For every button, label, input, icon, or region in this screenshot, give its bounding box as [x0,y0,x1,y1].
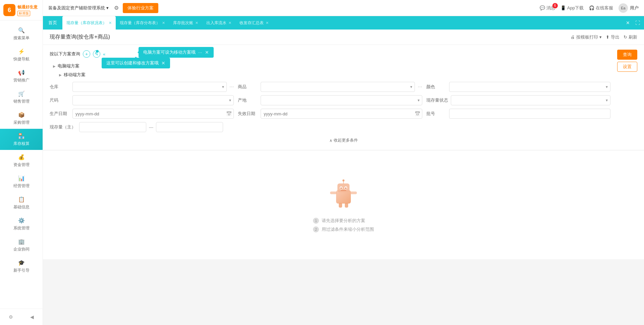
expiry-date-start-input[interactable] [261,109,422,119]
filter-field-product: 商品 ··· [238,82,422,92]
sidebar-item-quick-nav[interactable]: ⚡ 快捷导航 [0,44,43,65]
expand-arrow-mobile-icon: ▶ [59,73,62,77]
sidebar-item-marketing[interactable]: 📢 营销推广 [0,65,43,87]
inventory-main-end-input[interactable] [156,122,223,132]
svg-rect-7 [339,203,342,208]
product-select[interactable] [261,82,415,92]
tab-inventory-distribution[interactable]: 现存量（库存分布表） ✕ [116,16,169,30]
production-date-start-input[interactable] [72,109,234,119]
user-area[interactable]: Ea 用户 [619,3,639,13]
svg-rect-6 [341,190,346,191]
tab-inventory-distribution-close[interactable]: ✕ [162,21,165,25]
export-btn[interactable]: ⬆ 导出 [606,34,620,40]
tab-inventory-batch-label: 库存批次账 [173,20,193,26]
reset-btn[interactable]: 设置 [617,62,637,72]
logo-badge: 标准版 [17,11,30,16]
origin-label: 产地 [238,97,258,103]
warehouse-select[interactable] [72,82,227,92]
header-settings-icon[interactable]: ⚙ [114,5,119,11]
sidebar-item-finance-label: 资金管理 [13,162,30,168]
app-download-btn[interactable]: 📱 App下载 [560,5,584,11]
enterprise-icon: 🏢 [18,238,25,245]
filter-label: 按以下方案查询 [50,51,80,57]
origin-select[interactable] [261,95,422,105]
sidebar-item-guide[interactable]: 🎓 新手引导 [0,256,43,277]
sidebar-item-sales-label: 销售管理 [13,99,30,104]
sidebar-item-basic-info[interactable]: 📋 基础信息 [0,192,43,213]
filter-field-warehouse: 仓库 ··· [50,82,234,92]
add-scheme-btn[interactable]: + [83,50,90,58]
svg-point-4 [340,187,342,189]
batch-input[interactable] [449,109,610,119]
industry-btn[interactable]: 体验行业方案 [123,3,158,13]
tab-in-out-flow-close[interactable]: ✕ [228,21,231,25]
sidebar-item-enterprise-label: 企业协同 [13,247,30,252]
headset-icon: 🎧 [589,5,594,10]
inventory-main-start-input[interactable] [79,122,146,132]
sidebar-item-quick-nav-label: 快捷导航 [13,56,30,62]
tab-in-out-flow-label: 出入库流水 [206,20,226,26]
search-btn[interactable]: 查询 [617,50,637,60]
scheme-popup-close[interactable]: ✕ [205,50,209,55]
svg-rect-8 [345,203,348,208]
tab-inventory-status[interactable]: 现存量（库存状况表） ✕ [62,16,116,30]
empty-tip-2-text: 用过滤条件来缩小分析范围 [322,226,374,232]
system-name: 装备及固定资产辅助管理系统 [48,5,105,11]
warehouse-select-wrapper [72,82,227,92]
sidebar-item-operations[interactable]: 📊 经营管理 [0,171,43,192]
sidebar-item-search[interactable]: 🔍 搜索菜单 [0,23,43,44]
color-select[interactable] [449,82,610,92]
phone-icon: 📱 [560,5,566,10]
sidebar-collapse-btn[interactable]: ◀ [29,313,35,321]
tab-inventory-status-close[interactable]: ✕ [109,21,112,25]
scheme-popup: 电脑方案可设为移动方案哦 ··· ✕ [139,47,214,58]
close-all-tabs-btn[interactable]: ✕ [625,19,631,27]
fullscreen-btn[interactable]: ⛶ [634,19,641,27]
message-btn[interactable]: 💬 消息 6 [540,5,555,11]
sidebar-item-inventory[interactable]: 🏪 库存核算 [0,129,43,150]
user-name: 用户 [630,5,639,11]
message-icon: 💬 [540,5,545,10]
filter-field-expiry-date: 失效日期 [238,109,422,119]
sidebar-item-purchase[interactable]: 📦 采购管理 [0,108,43,129]
svg-rect-10 [350,192,357,194]
tip-num-1: 1 [313,218,319,224]
refresh-btn[interactable]: ↻ 刷新 [624,34,637,40]
sidebar-item-finance[interactable]: 💰 资金管理 [0,150,43,171]
tab-inventory-batch-close[interactable]: ✕ [195,21,198,25]
filter-row-4: 现存量（主） — [50,122,637,132]
sidebar-item-system-label: 系统管理 [13,225,30,231]
filter-row-3: 生产日期 失效日期 批号 [50,109,637,119]
online-service-btn[interactable]: 🎧 在线客服 [589,5,613,11]
back-scheme-btn[interactable]: « [103,52,105,57]
sidebar-item-inventory-label: 库存核算 [13,141,30,147]
sidebar-item-guide-label: 新手引导 [13,268,30,273]
size-select[interactable] [72,95,234,105]
tab-in-out-flow[interactable]: 出入库流水 ✕ [202,16,235,30]
tab-home[interactable]: 首页 [43,16,62,30]
collapse-btn[interactable]: ∧ 收起更多条件 [329,138,358,143]
sidebar-item-enterprise[interactable]: 🏢 企业协同 [0,234,43,256]
batch-label: 批号 [426,111,446,117]
empty-illustration [327,177,360,211]
sidebar-item-sales[interactable]: 🛒 销售管理 [0,87,43,108]
tab-receive-summary-close[interactable]: ✕ [266,21,269,25]
sidebar-settings-btn[interactable]: ⚙ [7,313,14,321]
guide-icon: 🎓 [18,259,25,266]
top-header: 装备及固定资产辅助管理系统 ▾ ⚙ 体验行业方案 💬 消息 6 📱 App下载 … [43,0,644,16]
edit-scheme-popup-close[interactable]: ✕ [161,60,165,66]
tab-receive-summary[interactable]: 收发存汇总表 ✕ [235,16,273,30]
print-btn[interactable]: 🖨 按模板打印 ▾ [571,34,602,40]
inventory-status-select[interactable] [451,95,610,105]
online-service-label: 在线客服 [596,5,613,11]
scheme-popup-text: 电脑方案可设为移动方案哦 [143,49,196,55]
marketing-icon: 📢 [18,69,25,76]
sidebar-item-system[interactable]: ⚙️ 系统管理 [0,213,43,234]
app-download-label: App下载 [567,5,584,11]
size-select-wrapper [72,95,234,105]
tab-receive-summary-label: 收发存汇总表 [239,20,264,26]
system-name-dropdown[interactable]: 装备及固定资产辅助管理系统 ▾ [48,5,109,11]
tab-inventory-batch[interactable]: 库存批次账 ✕ [169,16,202,30]
collapse-arrow-icon: ∧ [329,138,332,143]
logo-text-block: 畅通好生意 标准版 [17,4,38,16]
